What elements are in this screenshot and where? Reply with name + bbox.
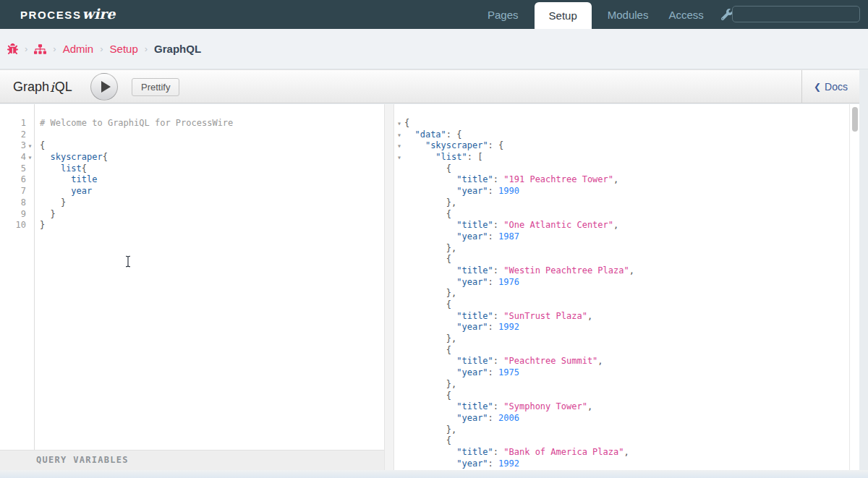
- prettify-button[interactable]: Prettify: [132, 78, 179, 96]
- code-line: year: [40, 186, 384, 197]
- nav-item-setup-active[interactable]: Setup: [535, 2, 592, 29]
- fold-toggle-icon[interactable]: ▾: [26, 140, 34, 152]
- query-editor-code[interactable]: # Welcome to GraphiQL for ProcessWire { …: [40, 104, 384, 470]
- code-line: "year": 1992: [404, 322, 849, 333]
- nav-item-modules[interactable]: Modules: [603, 9, 653, 21]
- breadcrumb-separator: ›: [145, 43, 148, 54]
- result-viewer: ▾▾▾▾ { "data": { "skyscraper": { "list":…: [394, 104, 859, 470]
- code-line: "year": 2006: [404, 413, 849, 424]
- fold-gutter-spacer: [394, 401, 404, 413]
- code-line: "year": 1987: [404, 231, 849, 243]
- fold-gutter-spacer: [394, 197, 404, 209]
- line-number: 7: [0, 186, 26, 197]
- fold-gutter-spacer: [394, 333, 404, 345]
- code-line: "title": "SunTrust Plaza",: [404, 311, 849, 323]
- fold-gutter-spacer: [394, 458, 404, 470]
- code-line: "title": "Peachtree Summit",: [404, 356, 849, 367]
- code-line: {: [404, 345, 849, 357]
- fold-gutter-spacer: [394, 322, 404, 333]
- fold-toggle-icon[interactable]: ▾: [26, 152, 34, 163]
- code-line: "title": "Westin Peachtree Plaza",: [404, 265, 849, 277]
- graphiql-toolbar: GraphiQL Prettify ❮ Docs: [0, 69, 859, 103]
- wrench-icon[interactable]: [721, 9, 733, 20]
- chevron-left-icon: ❮: [814, 82, 821, 92]
- code-line: {: [404, 118, 849, 129]
- breadcrumb-current-graphql: GraphQL: [154, 43, 201, 55]
- breadcrumb-link-setup[interactable]: Setup: [110, 43, 138, 55]
- line-number: 5: [0, 163, 26, 175]
- code-line: "year": 1975: [404, 367, 849, 379]
- nav-item-pages[interactable]: Pages: [483, 9, 523, 21]
- graphiql-title-i: i: [50, 80, 54, 95]
- bug-icon[interactable]: [7, 43, 18, 54]
- fold-gutter-spacer: [394, 174, 404, 186]
- breadcrumb-separator: ›: [53, 43, 56, 54]
- code-line: "title": "Bank of America Plaza",: [404, 447, 849, 458]
- processwire-logo[interactable]: PROCESS wire: [20, 0, 115, 29]
- code-line: "skyscraper": {: [404, 140, 849, 152]
- breadcrumb-link-admin[interactable]: Admin: [63, 43, 94, 55]
- line-number: 1: [0, 118, 26, 129]
- result-viewer-gutter: ▾▾▾▾: [394, 104, 404, 470]
- code-line: },: [404, 424, 849, 436]
- page: PROCESS wire Pages Setup Modules Access …: [0, 0, 868, 478]
- line-number: 8: [0, 197, 26, 209]
- fold-gutter-spacer: [394, 390, 404, 402]
- line-number: 3: [0, 140, 26, 152]
- fold-toggle-icon[interactable]: ▾: [394, 129, 404, 141]
- pane-divider[interactable]: [384, 104, 394, 470]
- nav-item-access[interactable]: Access: [664, 9, 707, 21]
- breadcrumb-separator: ›: [25, 43, 27, 54]
- fold-gutter-spacer: [26, 186, 34, 197]
- graphiql-title-pre: Graph: [13, 80, 49, 95]
- graphiql-title-post: QL: [55, 80, 72, 95]
- line-number: 10: [0, 220, 26, 231]
- code-line: skyscraper{: [40, 152, 384, 163]
- graphiql-editors: 123▾4▾5678910 # Welcome to GraphiQL for …: [0, 104, 859, 470]
- fold-gutter-spacer: [394, 356, 404, 367]
- docs-toggle-button[interactable]: ❮ Docs: [801, 70, 859, 103]
- search-input[interactable]: [733, 7, 868, 22]
- line-number: 9: [0, 209, 26, 221]
- result-scrollbar[interactable]: [849, 104, 859, 470]
- code-line: {: [404, 209, 849, 221]
- query-variables-bar[interactable]: QUERY VARIABLES: [0, 450, 384, 470]
- fold-gutter-spacer: [26, 197, 34, 209]
- admin-nav: Pages Setup Modules Access: [477, 0, 740, 29]
- fold-gutter-spacer: [394, 367, 404, 379]
- fold-gutter-spacer: [394, 254, 404, 265]
- code-line: },: [404, 243, 849, 255]
- line-number: 2: [0, 129, 26, 141]
- fold-toggle-icon[interactable]: ▾: [394, 118, 404, 129]
- fold-gutter-spacer: [394, 186, 404, 197]
- code-line: }: [40, 197, 384, 209]
- query-variables-title: QUERY VARIABLES: [36, 455, 129, 466]
- code-line: }: [40, 209, 384, 221]
- execute-query-button[interactable]: [90, 73, 118, 101]
- code-line: {: [404, 163, 849, 175]
- code-line: "year": 1976: [404, 277, 849, 289]
- code-line: list{: [40, 163, 384, 175]
- query-editor: 123▾4▾5678910 # Welcome to GraphiQL for …: [0, 104, 384, 470]
- code-line: "year": 1990: [404, 186, 849, 197]
- code-line: {: [40, 140, 384, 152]
- fold-gutter-spacer: [394, 424, 404, 436]
- fold-gutter-spacer: [394, 243, 404, 255]
- sitemap-icon[interactable]: [34, 44, 46, 54]
- breadcrumb: › › Admin › Setup › GraphQL: [0, 29, 868, 69]
- fold-gutter-spacer: [394, 209, 404, 221]
- fold-toggle-icon[interactable]: ▾: [394, 152, 404, 163]
- admin-topbar: PROCESS wire Pages Setup Modules Access: [0, 0, 868, 29]
- code-line: "list": [: [404, 152, 849, 163]
- fold-gutter-spacer: [26, 220, 34, 231]
- code-line: [40, 129, 384, 141]
- code-line: },: [404, 288, 849, 299]
- fold-toggle-icon[interactable]: ▾: [394, 140, 404, 152]
- fold-gutter-spacer: [394, 379, 404, 390]
- code-line: # Welcome to GraphiQL for ProcessWire: [40, 118, 384, 129]
- fold-gutter-spacer: [394, 265, 404, 277]
- result-scrollbar-thumb[interactable]: [852, 107, 858, 132]
- line-number: 4: [0, 152, 26, 163]
- fold-gutter-spacer: [394, 288, 404, 299]
- fold-gutter-spacer: [394, 163, 404, 175]
